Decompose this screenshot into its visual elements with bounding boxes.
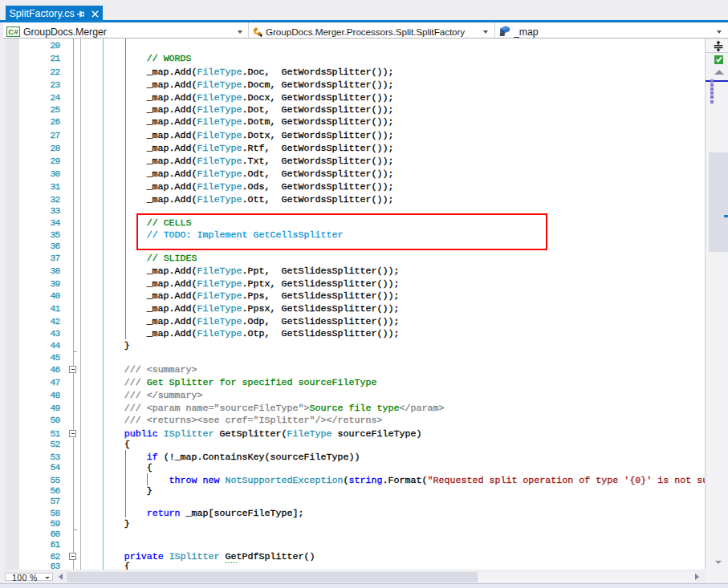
svg-text:C#: C# (8, 27, 18, 36)
